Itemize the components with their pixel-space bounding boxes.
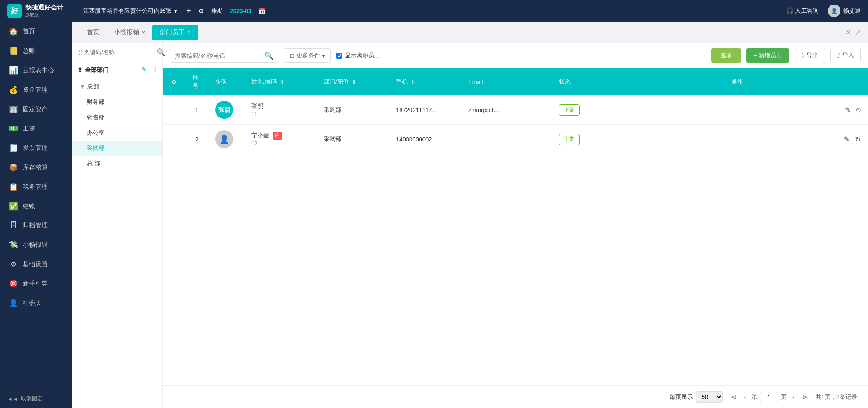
refresh-button-2[interactable]: ↻ [855, 135, 861, 144]
dept-node-sales[interactable]: 销售部 [72, 110, 162, 125]
toolbar: 🔍 ⊟ 更多条件 ▾ 显示离职员工 邀请 + 新增员工 [163, 43, 868, 68]
row1-phone: 18720211117... [389, 95, 461, 125]
col-action: 操作 [606, 68, 868, 95]
company-selector[interactable]: 江西服宝精品有限责任公司内账张 ▾ [83, 7, 177, 15]
row1-settings [163, 95, 185, 125]
expand-icon[interactable]: ⤢ [855, 28, 861, 37]
edit-button-2[interactable]: ✎ [844, 135, 849, 144]
sidebar-item-guide[interactable]: 🎯 新手引导 [0, 274, 72, 293]
dept-node-parent-1[interactable]: ▼总部 [72, 79, 162, 94]
name-2: 宁小壹 [251, 131, 269, 140]
prev-page-button[interactable]: ‹ [741, 393, 749, 401]
add-dept-button[interactable]: ✎ [142, 66, 147, 74]
sidebar-label-closing: 结账 [23, 202, 35, 211]
tab-home[interactable]: 首页 [80, 25, 107, 40]
funds-icon: 💰 [9, 85, 18, 94]
next-page-button[interactable]: › [789, 393, 797, 401]
support-label[interactable]: 🎧 人工咨询 [786, 7, 819, 15]
logo-text: 畅捷通好会计 [25, 4, 63, 12]
tab-dept[interactable]: 部门员工 × [152, 25, 198, 40]
dept-search-area: 🔍 [72, 43, 162, 61]
company-dropdown-icon[interactable]: ▾ [174, 8, 177, 14]
filter-chevron-icon: ▾ [322, 52, 325, 59]
col-dept[interactable]: 部门/职位 ⇅ [316, 68, 389, 95]
sidebar-item-invoice[interactable]: 🧾 发票管理 [0, 138, 72, 158]
sidebar-item-closing[interactable]: ✅ 结账 [0, 197, 72, 216]
sidebar-item-expense[interactable]: 💸 小畅报销 [0, 235, 72, 254]
dept-search-input[interactable] [78, 49, 154, 56]
sidebar-item-ledger[interactable]: 📒 总账 [0, 41, 72, 61]
sidebar-item-settings[interactable]: ⚙ 基础设置 [0, 254, 72, 274]
sidebar-item-social[interactable]: 👤 社会人 [0, 293, 72, 313]
cancel-fixed-label: 取消固定 [21, 395, 42, 403]
search-input[interactable] [175, 52, 262, 59]
tab-dept-close[interactable]: × [188, 29, 191, 36]
page-number-input[interactable] [760, 392, 778, 402]
collapse-panel-button[interactable]: 《 [151, 66, 157, 74]
content-area: 首页 小畅报销 × 部门员工 × ✕ ⤢ 🔍 [72, 22, 868, 408]
calendar-icon[interactable]: 📅 [259, 8, 266, 14]
sidebar-item-tax[interactable]: 📋 税务管理 [0, 177, 72, 197]
sidebar-label-home: 首页 [23, 28, 35, 36]
ledger-icon: 📒 [9, 47, 18, 55]
export-button[interactable]: ⤵ 导出 [795, 48, 825, 63]
sidebar-item-funds[interactable]: 💰 资金管理 [0, 80, 72, 99]
edit-button-1[interactable]: ✎ [845, 106, 851, 114]
col-settings[interactable]: ⚙ [163, 68, 185, 95]
expense-icon: 💸 [9, 240, 18, 249]
add-employee-label: + 新增员工 [754, 52, 782, 60]
invite-button[interactable]: 邀请 [711, 48, 741, 63]
add-employee-button[interactable]: + 新增员工 [746, 48, 789, 63]
dept-grid-icon: ⠿ [78, 67, 82, 74]
dept-node-general[interactable]: 总 部 [72, 156, 162, 171]
settings-button[interactable]: ⚙ [198, 8, 204, 14]
dept-node-finance[interactable]: 财务部 [72, 94, 162, 110]
sidebar-label-invoice: 发票管理 [23, 144, 48, 152]
row2-actions: ✎ ↻ [606, 125, 868, 154]
filter-icon: ⊟ [290, 52, 295, 59]
row1-dept: 采购部 [316, 95, 389, 125]
logo-text-area: 畅捷通好会计 旗舰版 [25, 4, 63, 18]
sidebar-item-reports[interactable]: 📊 云报表中心 [0, 61, 72, 80]
sidebar-label-reports: 云报表中心 [23, 66, 54, 75]
header-right: 🎧 人工咨询 👤 畅捷通 [786, 5, 861, 17]
row2-num: 2 [185, 125, 208, 154]
sidebar-label-ledger: 总账 [23, 47, 35, 55]
settings-icon: ⚙ [9, 260, 18, 268]
last-page-button[interactable]: ⊳ [800, 393, 810, 401]
table-settings-icon[interactable]: ⚙ [171, 79, 177, 85]
tab-expense-close[interactable]: × [142, 29, 145, 36]
filter-button[interactable]: ⊟ 更多条件 ▾ [284, 48, 331, 63]
invoice-icon: 🧾 [9, 144, 18, 152]
col-name[interactable]: 姓名/编码 ⇅ [244, 68, 316, 95]
sidebar-item-inventory[interactable]: 📦 库存核算 [0, 158, 72, 177]
sidebar-label-expense: 小畅报销 [23, 241, 48, 249]
show-resigned-checkbox[interactable] [336, 53, 342, 59]
table-body: 1 张熙 张熙 11 采购部 [163, 95, 868, 154]
cancel-fixed-button[interactable]: ◄◄ 取消固定 [0, 389, 72, 408]
row2-avatar: 👤 [208, 125, 244, 154]
dept-node-purchase[interactable]: 采购部 [72, 141, 162, 156]
close-all-icon[interactable]: ✕ [845, 28, 851, 37]
search-icon[interactable]: 🔍 [264, 52, 274, 60]
row2-phone: 14000000002... [389, 125, 461, 154]
import-button[interactable]: ⤴ 导入 [830, 48, 861, 63]
table-row: 1 张熙 张熙 11 采购部 [163, 95, 868, 125]
add-button[interactable]: + [186, 6, 191, 16]
sidebar-item-assets[interactable]: 🏢 固定资产 [0, 99, 72, 119]
col-phone[interactable]: 手机 ⇅ [389, 68, 461, 95]
logout-button-1[interactable]: ⎋ [856, 106, 861, 114]
dept-node-office[interactable]: 办公室 [72, 125, 162, 141]
sidebar-item-archive[interactable]: 🗄 归档管理 [0, 216, 72, 235]
page-size-dropdown[interactable]: 50 10 20 100 [696, 391, 723, 403]
col-avatar: 头像 [208, 68, 244, 95]
sidebar-item-salary[interactable]: 💵 工资 [0, 119, 72, 138]
row2-email [461, 125, 552, 154]
archive-icon: 🗄 [9, 221, 18, 230]
dept-tree: ▼总部 财务部 销售部 办公室 采购部 总 部 [72, 79, 162, 408]
tab-expense-label: 小畅报销 [114, 28, 139, 37]
first-page-button[interactable]: ⊲ [728, 393, 739, 401]
user-area[interactable]: 👤 畅捷通 [828, 5, 861, 17]
sidebar-item-home[interactable]: 🏠 首页 [0, 22, 72, 41]
tab-expense[interactable]: 小畅报销 × [107, 25, 152, 40]
